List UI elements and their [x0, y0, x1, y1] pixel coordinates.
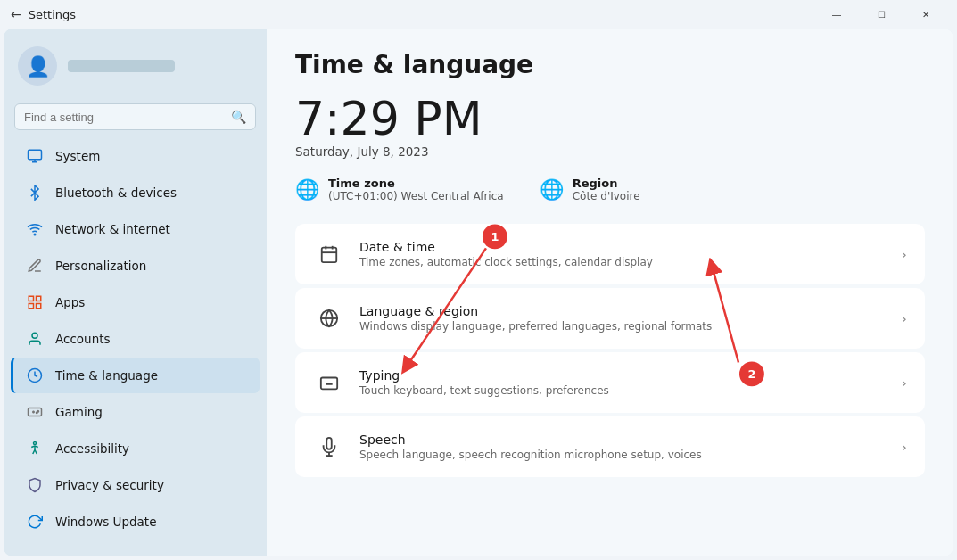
- svg-point-8: [32, 333, 37, 338]
- back-icon[interactable]: ←: [11, 7, 21, 21]
- card-icon-language-region: [313, 302, 345, 334]
- svg-rect-0: [29, 150, 42, 160]
- nav-label-privacy: Privacy & security: [55, 478, 164, 492]
- titlebar-controls: — ☐ ✕: [816, 1, 946, 28]
- sidebar-item-accessibility[interactable]: Accessibility: [11, 431, 260, 466]
- nav-label-network: Network & internet: [55, 222, 170, 236]
- main-content: 1 2 Time & language 7:29 PM Saturday, Ju…: [267, 29, 953, 556]
- region-label: Region: [573, 177, 640, 190]
- svg-rect-5: [37, 296, 41, 301]
- app-container: 👤 🔍 SystemBluetooth & devicesNetwork & i…: [4, 29, 953, 556]
- card-title-typing: Typing: [359, 368, 887, 383]
- nav-label-gaming: Gaming: [55, 405, 103, 419]
- svg-point-14: [37, 412, 38, 414]
- sidebar-item-network[interactable]: Network & internet: [11, 211, 260, 247]
- sidebar-item-system[interactable]: System: [11, 138, 260, 174]
- card-speech[interactable]: Speech Speech language, speech recogniti…: [295, 416, 925, 477]
- timezone-label: Time zone: [328, 177, 504, 190]
- username-blurred: [68, 60, 175, 72]
- svg-rect-6: [29, 304, 33, 309]
- card-title-date-time: Date & time: [359, 240, 887, 254]
- timezone-icon: 🌐: [295, 178, 319, 201]
- timezone-value: (UTC+01:00) West Central Africa: [328, 190, 504, 202]
- nav-icon-network: [25, 219, 45, 239]
- card-subtitle-speech: Speech language, speech recognition micr…: [359, 449, 887, 461]
- nav-icon-bluetooth: [25, 183, 45, 202]
- card-language-region[interactable]: Language & region Windows display langua…: [295, 288, 925, 349]
- card-icon-date-time: [313, 238, 345, 270]
- card-chevron-language-region: ›: [902, 310, 907, 327]
- page-title: Time & language: [295, 50, 925, 79]
- app-title: Settings: [29, 8, 76, 21]
- card-icon-typing: [313, 366, 345, 399]
- nav-icon-privacy: [25, 475, 45, 495]
- svg-point-15: [34, 442, 37, 445]
- time-info-bar: 🌐 Time zone (UTC+01:00) West Central Afr…: [295, 177, 925, 202]
- timezone-info: 🌐 Time zone (UTC+01:00) West Central Afr…: [295, 177, 504, 202]
- nav-items-container: SystemBluetooth & devicesNetwork & inter…: [4, 137, 267, 540]
- nav-label-accounts: Accounts: [55, 332, 111, 346]
- sidebar-item-gaming[interactable]: Gaming: [11, 394, 260, 430]
- sidebar: 👤 🔍 SystemBluetooth & devicesNetwork & i…: [4, 29, 267, 556]
- sidebar-item-update[interactable]: Windows Update: [11, 504, 260, 539]
- card-text-typing: Typing Touch keyboard, text suggestions,…: [359, 368, 887, 397]
- nav-label-personalization: Personalization: [55, 259, 146, 273]
- titlebar-left: ← Settings: [11, 7, 76, 21]
- nav-label-accessibility: Accessibility: [55, 441, 129, 456]
- nav-label-update: Windows Update: [55, 515, 156, 529]
- nav-icon-personalization: [25, 256, 45, 276]
- nav-label-bluetooth: Bluetooth & devices: [55, 185, 177, 200]
- minimize-button[interactable]: —: [816, 1, 857, 28]
- svg-rect-4: [29, 296, 33, 301]
- nav-icon-system: [25, 146, 45, 166]
- sidebar-item-privacy[interactable]: Privacy & security: [11, 467, 260, 503]
- user-profile-area[interactable]: 👤: [4, 36, 267, 96]
- avatar: 👤: [18, 46, 57, 86]
- card-chevron-typing: ›: [902, 375, 907, 391]
- close-button[interactable]: ✕: [905, 1, 946, 28]
- sidebar-item-time[interactable]: Time & language: [11, 358, 260, 393]
- svg-point-3: [34, 234, 36, 235]
- sidebar-item-bluetooth[interactable]: Bluetooth & devices: [11, 175, 260, 210]
- card-subtitle-typing: Touch keyboard, text suggestions, prefer…: [359, 384, 887, 397]
- nav-label-apps: Apps: [55, 295, 85, 309]
- card-text-date-time: Date & time Time zones, automatic clock …: [359, 240, 887, 268]
- card-date-time[interactable]: Date & time Time zones, automatic clock …: [295, 224, 925, 284]
- sidebar-item-accounts[interactable]: Accounts: [11, 321, 260, 357]
- time-display: 7:29 PM: [295, 94, 925, 144]
- search-icon: 🔍: [231, 110, 246, 124]
- card-subtitle-date-time: Time zones, automatic clock settings, ca…: [359, 256, 887, 268]
- svg-rect-22: [322, 248, 337, 263]
- nav-icon-time: [25, 366, 45, 385]
- card-title-speech: Speech: [359, 432, 887, 447]
- region-info: 🌐 Region Côte d'Ivoire: [540, 177, 640, 202]
- nav-icon-accessibility: [25, 439, 45, 458]
- card-title-language-region: Language & region: [359, 304, 887, 318]
- card-subtitle-language-region: Windows display language, preferred lang…: [359, 320, 887, 333]
- search-box[interactable]: 🔍: [14, 103, 256, 130]
- card-typing[interactable]: Typing Touch keyboard, text suggestions,…: [295, 352, 925, 413]
- card-text-language-region: Language & region Windows display langua…: [359, 304, 887, 333]
- nav-icon-gaming: [25, 402, 45, 422]
- search-input[interactable]: [24, 111, 224, 124]
- cards-container: Date & time Time zones, automatic clock …: [295, 224, 925, 477]
- nav-icon-accounts: [25, 329, 45, 349]
- date-display: Saturday, July 8, 2023: [295, 144, 925, 159]
- nav-label-time: Time & language: [55, 368, 158, 383]
- card-text-speech: Speech Speech language, speech recogniti…: [359, 432, 887, 461]
- maximize-button[interactable]: ☐: [861, 1, 902, 28]
- nav-label-system: System: [55, 149, 100, 163]
- nav-icon-apps: [25, 292, 45, 312]
- svg-rect-7: [37, 304, 41, 309]
- card-chevron-date-time: ›: [902, 246, 907, 263]
- sidebar-item-personalization[interactable]: Personalization: [11, 248, 260, 284]
- titlebar: ← Settings — ☐ ✕: [0, 0, 957, 29]
- region-value: Côte d'Ivoire: [573, 190, 640, 202]
- nav-icon-update: [25, 512, 45, 531]
- card-icon-speech: [313, 431, 345, 463]
- sidebar-item-apps[interactable]: Apps: [11, 284, 260, 320]
- card-chevron-speech: ›: [902, 439, 907, 456]
- region-icon: 🌐: [540, 178, 564, 201]
